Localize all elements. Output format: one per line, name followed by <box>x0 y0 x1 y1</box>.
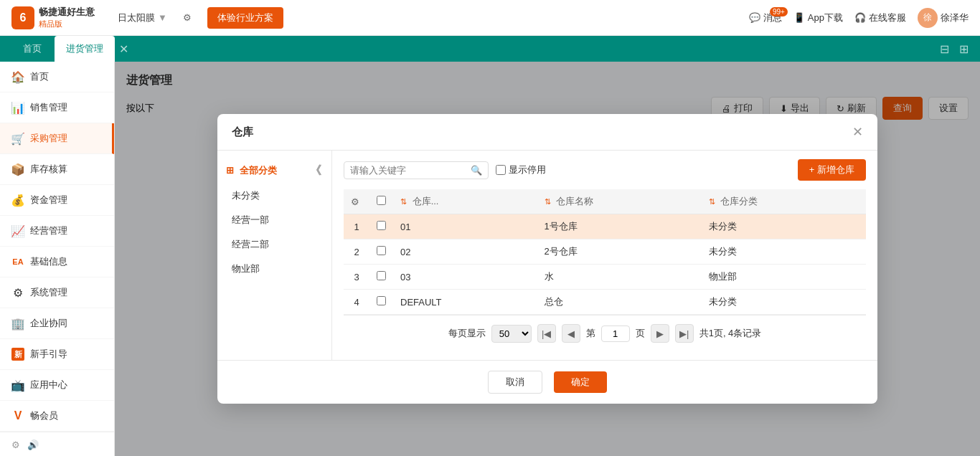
trial-button[interactable]: 体验行业方案 <box>207 7 283 29</box>
sort-icon-cat: ⇅ <box>709 197 715 206</box>
close-tab-icon[interactable]: ✕ <box>119 42 128 56</box>
category-all-label: 全部分类 <box>240 165 277 176</box>
headset-icon: 🎧 <box>854 12 866 23</box>
row-code: DEFAULT <box>393 290 537 315</box>
appcenter-icon: 📺 <box>11 379 24 391</box>
header-right: 💬 消息 99+ 📱 App下载 🎧 在线客服 徐 徐泽华 <box>749 8 969 28</box>
row-name: 水 <box>537 265 702 290</box>
col-code-label: 仓库... <box>413 196 439 206</box>
category-item-unclassified[interactable]: 未分类 <box>217 184 331 208</box>
sidebar-label-sales: 销售管理 <box>30 101 67 114</box>
row-name: 2号仓库 <box>537 239 702 265</box>
row-actions[interactable]: 3 <box>344 265 369 290</box>
table-row[interactable]: 4 DEFAULT 总仓 未分类 <box>344 290 866 315</box>
store-selector[interactable]: 日太阳膜 ▼ <box>118 11 167 24</box>
show-disabled-text: 显示停用 <box>509 163 546 176</box>
category-header[interactable]: ⊞ 全部分类 《 <box>217 158 331 184</box>
settings-bottom-icon[interactable]: ⚙ <box>11 440 20 450</box>
app-download-button[interactable]: 📱 App下载 <box>793 11 843 24</box>
user-menu[interactable]: 徐 徐泽华 <box>918 8 969 28</box>
sidebar-item-appcenter[interactable]: 📺 应用中心 <box>0 370 114 401</box>
row-code: 03 <box>393 265 537 290</box>
dialog-title: 仓库 <box>232 125 253 139</box>
sidebar-item-sales[interactable]: 📊 销售管理 <box>0 92 114 123</box>
sidebar-item-membership[interactable]: V 畅会员 <box>0 401 114 432</box>
page-last-button[interactable]: ▶| <box>675 324 694 343</box>
page-next-button[interactable]: ▶ <box>651 324 669 343</box>
category-item-property[interactable]: 物业部 <box>217 257 331 281</box>
search-input-wrap[interactable]: 🔍 <box>344 161 489 179</box>
sidebar-item-enterprise[interactable]: 🏢 企业协同 <box>0 308 114 339</box>
search-input[interactable] <box>350 165 471 176</box>
table-toolbar: 🔍 显示停用 + 新增仓库 <box>344 159 866 181</box>
row-checkbox[interactable] <box>377 221 386 230</box>
settings-icon[interactable]: ⚙ <box>176 6 199 29</box>
category-item-dept1[interactable]: 经营一部 <box>217 208 331 232</box>
tab-home[interactable]: 首页 <box>11 36 53 62</box>
message-icon: 💬 <box>749 12 760 23</box>
dialog-overlay: 仓库 ✕ ⊞ 全部分类 《 未分类 <box>115 62 980 456</box>
per-page-select[interactable]: 50 100 200 <box>491 325 532 343</box>
sidebar-label-inventory: 库存核算 <box>30 163 67 176</box>
sidebar-item-operations[interactable]: 📈 经营管理 <box>0 216 114 247</box>
page-number-input[interactable] <box>601 326 630 342</box>
page-first-button[interactable]: |◀ <box>537 324 556 343</box>
table-row[interactable]: 1 01 1号仓库 未分类 <box>344 214 866 239</box>
tab-purchase[interactable]: 进货管理 <box>55 36 115 62</box>
total-info: 共1页, 4条记录 <box>699 327 762 340</box>
warehouse-table: ⚙ ⇅ 仓库... <box>344 189 866 315</box>
message-button[interactable]: 💬 消息 99+ <box>749 11 782 24</box>
online-service-button[interactable]: 🎧 在线客服 <box>854 11 906 24</box>
sidebar-item-guide[interactable]: 新 新手引导 <box>0 339 114 370</box>
row-category: 未分类 <box>702 239 866 265</box>
category-item-dept2[interactable]: 经营二部 <box>217 232 331 257</box>
inventory-icon: 📦 <box>11 163 24 176</box>
row-checkbox[interactable] <box>377 271 386 280</box>
sort-icon-code: ⇅ <box>400 197 407 206</box>
user-name: 徐泽华 <box>941 11 969 24</box>
row-checkbox[interactable] <box>377 246 386 255</box>
expand-icon[interactable]: ⊞ <box>959 42 969 56</box>
volume-icon[interactable]: 🔊 <box>27 440 39 450</box>
minimize-icon[interactable]: ⊟ <box>940 42 949 56</box>
cancel-button[interactable]: 取消 <box>488 371 542 394</box>
row-actions[interactable]: 2 <box>344 239 369 265</box>
row-checkbox-cell[interactable] <box>369 239 393 265</box>
page-label: 页 <box>636 327 645 340</box>
sidebar-item-inventory[interactable]: 📦 库存核算 <box>0 154 114 185</box>
main-layout: 🏠 首页 📊 销售管理 🛒 采购管理 📦 库存核算 💰 资金管理 📈 经营管理 … <box>0 62 980 456</box>
row-actions[interactable]: 4 <box>344 290 369 315</box>
sidebar-item-home[interactable]: 🏠 首页 <box>0 62 114 92</box>
operations-icon: 📈 <box>11 224 24 237</box>
row-checkbox-cell[interactable] <box>369 290 393 315</box>
sidebar-item-purchase[interactable]: 🛒 采购管理 <box>0 123 114 154</box>
row-checkbox-cell[interactable] <box>369 265 393 290</box>
sidebar-item-basic[interactable]: EA 基础信息 <box>0 247 114 277</box>
sidebar-label-enterprise: 企业协同 <box>30 317 67 330</box>
table-row[interactable]: 2 02 2号仓库 未分类 <box>344 239 866 265</box>
row-checkbox-cell[interactable] <box>369 214 393 239</box>
app-subtitle: 精品版 <box>39 19 95 29</box>
add-warehouse-button[interactable]: + 新增仓库 <box>798 159 866 181</box>
page-prev-button[interactable]: ◀ <box>562 324 580 343</box>
show-disabled-checkbox[interactable] <box>496 165 506 175</box>
app-name: 畅捷通好生意 <box>39 6 95 19</box>
collapse-icon[interactable]: 《 <box>308 163 323 178</box>
dialog-close-button[interactable]: ✕ <box>852 124 863 140</box>
row-actions[interactable]: 1 <box>344 214 369 239</box>
sidebar-label-finance: 资金管理 <box>30 194 67 206</box>
row-category: 物业部 <box>702 265 866 290</box>
sidebar-item-finance[interactable]: 💰 资金管理 <box>0 185 114 216</box>
sidebar-item-system[interactable]: ⚙ 系统管理 <box>0 277 114 308</box>
row-checkbox[interactable] <box>377 296 386 305</box>
show-disabled-label[interactable]: 显示停用 <box>496 163 546 176</box>
col-header-settings[interactable]: ⚙ <box>344 189 369 214</box>
col-header-check[interactable] <box>369 189 393 214</box>
confirm-button[interactable]: 确定 <box>554 371 607 393</box>
warehouse-dialog: 仓库 ✕ ⊞ 全部分类 《 未分类 <box>217 114 877 404</box>
table-row[interactable]: 3 03 水 物业部 <box>344 265 866 290</box>
select-all-checkbox[interactable] <box>377 196 386 205</box>
second-nav: 首页 进货管理 ✕ ⊟ ⊞ <box>0 36 980 62</box>
col-name-label: 仓库名称 <box>556 196 593 206</box>
logo-text: 畅捷通好生意 精品版 <box>39 6 95 29</box>
